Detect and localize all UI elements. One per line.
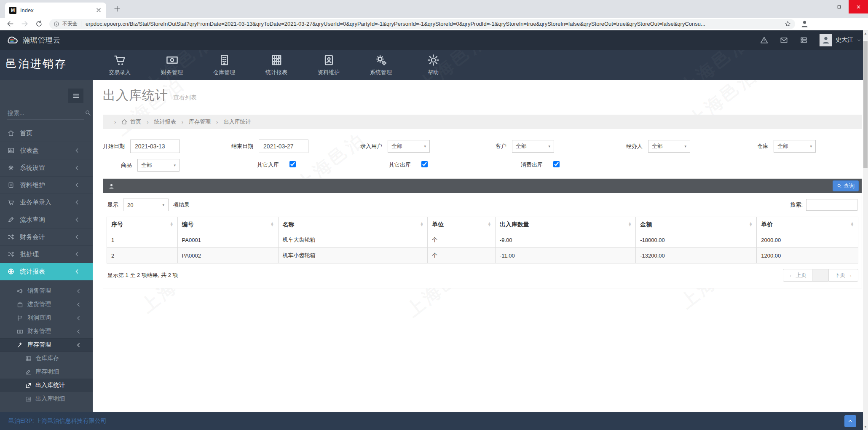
sidebar-item[interactable]: 库存明细 bbox=[0, 365, 93, 379]
url-text[interactable]: erpdoc.epoerp.cn/Biz/Stat/StoreInOutStat… bbox=[86, 21, 785, 27]
breadcrumb-item[interactable]: 首页 bbox=[109, 118, 141, 126]
window-maximize-button[interactable] bbox=[829, 0, 849, 13]
url-omnibox[interactable]: 不安全 erpdoc.epoerp.cn/Biz/Stat/StoreInOut… bbox=[49, 19, 795, 29]
filter-checkbox-group: 消费出库 bbox=[521, 160, 561, 170]
back-icon[interactable] bbox=[6, 20, 14, 28]
table-header-row: 序号 ▲▼ 编号 ▲▼ 名称 ▲▼ 单位 ▲▼ bbox=[107, 217, 858, 232]
app-header: 上海邑泊 上海邑泊 上海邑泊 邑泊进销存 交易录入 财务管理 仓库管理 统计报表 bbox=[0, 50, 868, 80]
nav-menu-item[interactable]: 统计报表 bbox=[250, 50, 303, 80]
nav-menu-item[interactable]: 系统管理 bbox=[355, 50, 407, 80]
sidebar-collapse-button[interactable] bbox=[68, 89, 83, 103]
person-icon[interactable] bbox=[108, 183, 115, 189]
page-size-select[interactable]: 20 ▾ bbox=[123, 199, 169, 211]
sidebar-search-input[interactable] bbox=[7, 109, 85, 117]
sort-icon: ▲▼ bbox=[488, 222, 491, 227]
messages-icon[interactable] bbox=[780, 36, 788, 44]
breadcrumb-item[interactable]: 库存管理 bbox=[176, 118, 211, 126]
filter-checkbox[interactable] bbox=[421, 161, 428, 167]
globe-icon bbox=[8, 268, 14, 275]
agent-filter: 经办人 全部 ▾ bbox=[626, 139, 690, 153]
column-header[interactable]: 单位 ▲▼ bbox=[428, 217, 495, 232]
forward-icon[interactable] bbox=[21, 20, 29, 28]
sidebar-item[interactable]: 利润查询 bbox=[0, 311, 93, 325]
scroll-down-icon[interactable]: ▼ bbox=[863, 425, 868, 429]
query-button[interactable]: 查询 bbox=[833, 180, 859, 191]
browser-tab[interactable]: M Index bbox=[5, 3, 106, 18]
agent-select[interactable]: 全部 ▾ bbox=[648, 140, 690, 153]
sidebar-item[interactable]: 进货管理 bbox=[0, 298, 93, 311]
bag-icon bbox=[17, 301, 23, 308]
customer-select[interactable]: 全部 ▾ bbox=[512, 140, 554, 153]
sidebar-item[interactable]: 仪表盘 bbox=[0, 142, 93, 159]
breadcrumb-item[interactable]: 出入库统计 bbox=[211, 118, 251, 126]
prev-page-button[interactable]: ← 上页 bbox=[783, 269, 813, 282]
sidebar-item-label: 财务管理 bbox=[27, 328, 75, 335]
table-search-input[interactable] bbox=[806, 199, 857, 211]
nav-menu-item[interactable]: 财务管理 bbox=[146, 50, 198, 80]
column-header[interactable]: 序号 ▲▼ bbox=[107, 217, 178, 232]
alerts-icon[interactable] bbox=[760, 36, 768, 44]
scrollbar-thumb[interactable] bbox=[863, 41, 868, 168]
product-select[interactable]: 全部 ▾ bbox=[137, 159, 179, 172]
tasks-icon[interactable] bbox=[800, 36, 808, 44]
start-date-input[interactable] bbox=[130, 140, 180, 153]
warehouse-select[interactable]: 全部 ▾ bbox=[774, 140, 816, 153]
sidebar-item[interactable]: 出入库统计 bbox=[0, 379, 93, 392]
sidebar-item[interactable]: 出入库明细 bbox=[0, 392, 93, 406]
browser-profile-icon[interactable] bbox=[800, 19, 809, 28]
nav-menu-item[interactable]: 帮助 bbox=[407, 50, 459, 80]
sidebar-item[interactable]: 销售管理 bbox=[0, 284, 93, 298]
cell-seq: 2 bbox=[107, 248, 178, 263]
user-name: 史大江 bbox=[836, 36, 853, 44]
column-header[interactable]: 单价 ▲▼ bbox=[757, 217, 858, 232]
sidebar-item[interactable]: 业务单录入 bbox=[0, 194, 93, 211]
hamburger-icon bbox=[72, 92, 80, 100]
customer-label: 客户 bbox=[496, 142, 506, 150]
caret-down-icon: ▾ bbox=[684, 144, 686, 148]
sidebar-item[interactable]: 资料维护 bbox=[0, 177, 93, 194]
column-header[interactable]: 金额 ▲▼ bbox=[636, 217, 757, 232]
panel-toolbar: 查询 bbox=[103, 179, 862, 193]
nav-menu-item[interactable]: 资料维护 bbox=[303, 50, 355, 80]
window-minimize-button[interactable] bbox=[810, 0, 829, 13]
filter-checkbox[interactable] bbox=[289, 161, 296, 167]
search-icon[interactable] bbox=[85, 110, 91, 116]
sidebar-item-label: 出入库明细 bbox=[35, 395, 76, 403]
sidebar-item[interactable]: 财务会计 bbox=[0, 228, 93, 246]
tab-close-icon[interactable] bbox=[95, 7, 102, 13]
sidebar-item[interactable]: 库存管理 bbox=[0, 338, 93, 352]
new-tab-icon[interactable] bbox=[113, 5, 121, 13]
user-menu[interactable]: 史大江 bbox=[820, 34, 861, 46]
filter-checkbox[interactable] bbox=[553, 161, 560, 167]
sidebar-item[interactable]: 首页 bbox=[0, 125, 93, 142]
scroll-up-icon[interactable]: ▲ bbox=[863, 32, 868, 35]
bookmark-star-icon[interactable] bbox=[785, 21, 791, 27]
column-header[interactable]: 名称 ▲▼ bbox=[278, 217, 428, 232]
sidebar-item[interactable]: 仓库库存 bbox=[0, 352, 93, 365]
refresh-icon[interactable] bbox=[35, 20, 43, 28]
table-row[interactable]: 2 PA0002 机车小齿轮箱 个 -11.00 -13200.00 1200.… bbox=[107, 248, 858, 263]
cell-code: PA0001 bbox=[177, 232, 278, 248]
column-header[interactable]: 出入库数量 ▲▼ bbox=[495, 217, 635, 232]
end-date-input[interactable] bbox=[259, 140, 308, 153]
sidebar-item-label: 库存明细 bbox=[35, 368, 76, 376]
chevron-left-icon bbox=[74, 147, 80, 154]
sidebar-item[interactable]: 流水查询 bbox=[0, 211, 93, 228]
filter-checkbox-group: 其它入库 bbox=[257, 160, 297, 170]
user-select[interactable]: 全部 ▾ bbox=[388, 140, 430, 153]
column-header[interactable]: 编号 ▲▼ bbox=[177, 217, 278, 232]
sidebar-item[interactable]: 系统设置 bbox=[0, 159, 93, 177]
back-to-top-button[interactable] bbox=[844, 415, 856, 427]
scrollbar[interactable]: ▲ ▼ bbox=[863, 30, 868, 430]
nav-menu-item[interactable]: 交易录入 bbox=[94, 50, 146, 80]
next-page-button[interactable]: 下页 → bbox=[828, 269, 858, 282]
table-row[interactable]: 1 PA0001 机车大齿轮箱 个 -9.00 -18000.00 2000.0… bbox=[107, 232, 858, 248]
info-icon[interactable] bbox=[54, 21, 59, 27]
breadcrumb-item[interactable]: 统计报表 bbox=[141, 118, 176, 126]
sidebar-item[interactable]: 统计报表 bbox=[0, 263, 93, 280]
sidebar-item[interactable]: 财务管理 bbox=[0, 325, 93, 338]
nav-menu-item[interactable]: 仓库管理 bbox=[198, 50, 250, 80]
caret-down-icon: ▾ bbox=[548, 144, 550, 148]
sidebar-item[interactable]: 批处理 bbox=[0, 246, 93, 263]
window-close-button[interactable] bbox=[849, 0, 868, 13]
